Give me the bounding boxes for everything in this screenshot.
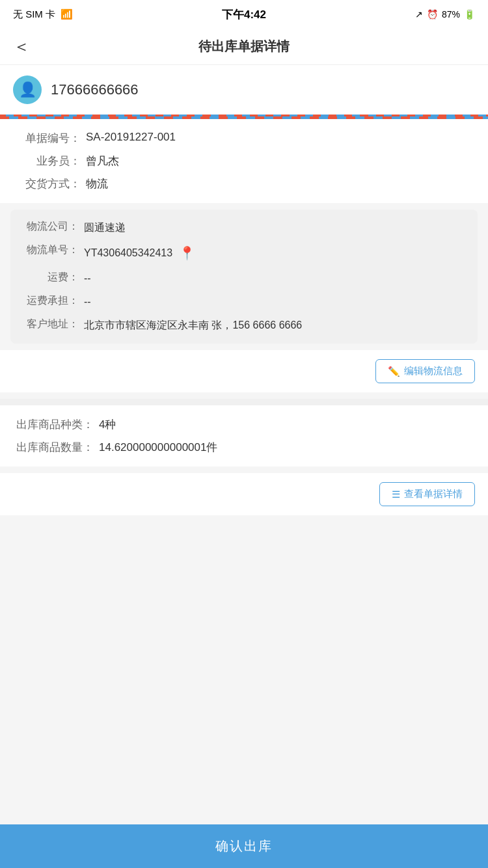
- edit-button-label: 编辑物流信息: [404, 365, 463, 377]
- logistics-tracking-row: 物流单号： YT4306405342413 📍: [23, 243, 465, 263]
- view-details-label: 查看单据详情: [404, 488, 463, 500]
- battery-icon: 🔋: [464, 9, 475, 20]
- wifi-icon: 📶: [61, 8, 73, 20]
- tracking-number: YT4306405342413: [84, 245, 172, 261]
- goods-quantity-value: 14.620000000000001件: [99, 440, 217, 455]
- address-label: 客户地址：: [23, 318, 79, 331]
- logistics-card: 物流公司： 圆通速递 物流单号： YT4306405342413 📍 运费： -…: [10, 210, 478, 344]
- spacer: [0, 522, 488, 868]
- goods-quantity-label: 出库商品数量：: [16, 440, 94, 455]
- delivery-method-row: 交货方式： 物流: [16, 176, 472, 191]
- status-right: ↗ ⏰ 87% 🔋: [415, 9, 475, 20]
- goods-type-row: 出库商品种类： 4种: [16, 417, 472, 432]
- status-time: 下午4:42: [222, 7, 266, 22]
- edit-logistics-button[interactable]: ✏️ 编辑物流信息: [375, 359, 475, 383]
- avatar-icon: 👤: [19, 81, 36, 98]
- tracking-value-row: YT4306405342413 📍: [84, 243, 465, 263]
- status-bar: 无 SIM 卡 📶 下午4:42 ↗ ⏰ 87% 🔋: [0, 0, 488, 29]
- basic-info-section: 单据编号： SA-20191227-001 业务员： 曾凡杰 交货方式： 物流: [0, 119, 488, 203]
- goods-type-label: 出库商品种类：: [16, 417, 94, 432]
- location-arrow-icon: ↗: [415, 9, 423, 20]
- phone-header: 👤 17666666666: [0, 65, 488, 116]
- freight-row: 运费： --: [23, 271, 465, 286]
- logistics-company-row: 物流公司： 圆通速递: [23, 220, 465, 236]
- delivery-method-label: 交货方式：: [16, 176, 81, 191]
- carrier-label: 无 SIM 卡: [13, 8, 55, 21]
- view-details-icon: ☰: [392, 489, 400, 500]
- doc-number-label: 单据编号：: [16, 131, 81, 146]
- delivery-method-value: 物流: [86, 176, 472, 191]
- page-content: 👤 17666666666 单据编号： SA-20191227-001 业务员：…: [0, 65, 488, 868]
- logistics-company-value: 圆通速递: [84, 220, 465, 236]
- edit-icon: ✏️: [388, 366, 400, 377]
- page-title: 待出库单据详情: [40, 38, 448, 55]
- logistics-tracking-label: 物流单号：: [23, 243, 79, 257]
- salesperson-label: 业务员：: [16, 154, 81, 169]
- freight-bearer-row: 运费承担： --: [23, 294, 465, 310]
- back-button[interactable]: ＜: [13, 35, 30, 58]
- salesperson-value: 曾凡杰: [86, 154, 472, 169]
- doc-number-value: SA-20191227-001: [86, 131, 472, 144]
- confirm-outbound-button[interactable]: 确认出库: [0, 824, 488, 868]
- alarm-icon: ⏰: [427, 9, 438, 20]
- logistics-company-label: 物流公司：: [23, 220, 79, 234]
- status-left: 无 SIM 卡 📶: [13, 8, 73, 21]
- section-divider: [0, 399, 488, 405]
- goods-section: 出库商品种类： 4种 出库商品数量： 14.620000000000001件: [0, 405, 488, 467]
- map-pin-icon[interactable]: 📍: [179, 243, 195, 263]
- edit-btn-container: ✏️ 编辑物流信息: [0, 350, 488, 392]
- view-btn-container: ☰ 查看单据详情: [0, 473, 488, 515]
- doc-number-row: 单据编号： SA-20191227-001: [16, 131, 472, 146]
- freight-label: 运费：: [23, 271, 79, 284]
- address-value: 北京市市辖区海淀区永丰南 张，156 6666 6666: [84, 318, 465, 333]
- goods-quantity-row: 出库商品数量： 14.620000000000001件: [16, 440, 472, 455]
- battery-label: 87%: [442, 9, 460, 20]
- confirm-btn-area: 确认出库: [0, 824, 488, 868]
- goods-type-value: 4种: [99, 417, 116, 432]
- freight-bearer-value: --: [84, 294, 465, 310]
- nav-bar: ＜ 待出库单据详情: [0, 29, 488, 65]
- freight-value: --: [84, 271, 465, 286]
- address-row: 客户地址： 北京市市辖区海淀区永丰南 张，156 6666 6666: [23, 318, 465, 333]
- phone-number: 17666666666: [51, 81, 139, 98]
- freight-bearer-label: 运费承担：: [23, 294, 79, 308]
- avatar: 👤: [13, 75, 42, 104]
- view-details-button[interactable]: ☰ 查看单据详情: [379, 482, 475, 506]
- salesperson-row: 业务员： 曾凡杰: [16, 154, 472, 169]
